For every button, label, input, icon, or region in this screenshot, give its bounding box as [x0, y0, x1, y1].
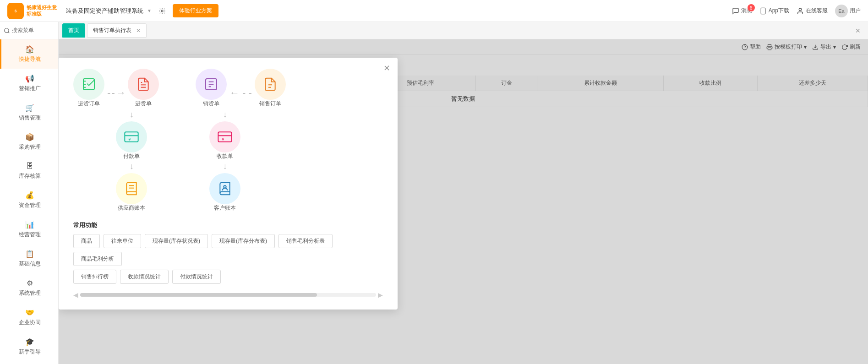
- purchase-receipt-icon: [128, 69, 159, 100]
- popup-scrollbar-row: ◀ ▶: [73, 291, 383, 299]
- sidebar-item-marketing[interactable]: 📢 营销推广: [0, 69, 58, 98]
- sidebar-item-operations[interactable]: 📊 经营管理: [0, 215, 58, 244]
- supplier-account-label: 供应商账本: [118, 204, 145, 212]
- sidebar-item-finance[interactable]: 💰 资金管理: [0, 185, 58, 215]
- system-title: 装备及固定资产辅助管理系统: [66, 7, 143, 15]
- scrollbar-track: [80, 293, 376, 297]
- tab-sales-orders[interactable]: 销售订单执行表 ✕: [87, 23, 147, 38]
- func-btn-sales-ranking[interactable]: 销售排行榜: [73, 270, 116, 284]
- tab-sales-orders-label: 销售订单执行表: [93, 27, 131, 34]
- payment-label: 付款单: [123, 152, 140, 160]
- sale-receipt-icon: [196, 69, 227, 100]
- tab-area-close-button[interactable]: ✕: [852, 27, 864, 34]
- collection-icon: ¥: [209, 121, 240, 152]
- marketing-icon: 📢: [25, 74, 34, 83]
- func-btn-sales-margin[interactable]: 销售毛利分析表: [278, 234, 333, 248]
- func-btn-payment-stats[interactable]: 付款情况统计: [172, 270, 221, 284]
- svg-text:¥: ¥: [222, 137, 225, 141]
- settings-icon-btn[interactable]: [155, 4, 169, 18]
- finance-icon: 💰: [25, 191, 34, 200]
- func-btn-partners[interactable]: 往来单位: [104, 234, 141, 248]
- system-title-dropdown[interactable]: 装备及固定资产辅助管理系统 ▼: [66, 7, 152, 15]
- sidebar-label-operations: 经营管理: [19, 231, 41, 239]
- flow-node-purchase-receipt: 进货单: [128, 69, 159, 108]
- scroll-right-arrow[interactable]: ▶: [378, 291, 383, 299]
- avatar: Ea: [835, 5, 848, 17]
- common-functions: 常用功能 商品 往来单位 现存量(库存状况表) 现存量(库存分布表) 销售毛利分…: [73, 221, 383, 284]
- purchase-icon: 📦: [25, 133, 34, 141]
- chevron-down-icon: ▼: [147, 8, 152, 13]
- svg-rect-23: [218, 132, 232, 141]
- sidebar-item-sales[interactable]: 🛒 销售管理: [0, 98, 58, 127]
- user-menu[interactable]: Ea 用户: [835, 5, 861, 17]
- top-bar: 6 畅康通好生意 标准版 装备及固定资产辅助管理系统 ▼ 体验行业方案: [0, 0, 868, 22]
- inventory-icon: 🗄: [26, 162, 33, 170]
- sale-receipt-label: 销货单: [203, 100, 219, 108]
- sidebar-item-quick-nav[interactable]: 🏠 快捷导航: [0, 39, 58, 69]
- message-button[interactable]: 消息 6: [732, 7, 752, 15]
- scrollbar-thumb[interactable]: [80, 293, 317, 297]
- flow-node-supplier-account: 供应商账本: [116, 173, 147, 212]
- sale-order-label: 销售订单: [259, 100, 281, 108]
- app-download-label: App下载: [769, 7, 789, 15]
- arrow-down-payment: ↓: [130, 110, 134, 119]
- sidebar-label-inventory: 库存核算: [19, 172, 41, 180]
- sidebar-search-area[interactable]: 搜索菜单: [0, 22, 58, 39]
- tab-bar: 首页 销售订单执行表 ✕ ✕: [59, 22, 868, 39]
- flow-node-sale-order: 销售订单: [255, 69, 286, 108]
- svg-text:¥: ¥: [128, 137, 131, 141]
- common-functions-title: 常用功能: [73, 221, 383, 229]
- sidebar-item-purchase[interactable]: 📦 采购管理: [0, 127, 58, 157]
- arrow-down-collection: ↓: [223, 110, 227, 119]
- func-buttons-row2: 销售排行榜 收款情况统计 付款情况统计: [73, 270, 383, 284]
- online-service-button[interactable]: 在线客服: [797, 7, 828, 15]
- sidebar-label-finance: 资金管理: [19, 201, 41, 209]
- collection-label: 收款单: [217, 152, 233, 160]
- sidebar-label-quick-nav: 快捷导航: [19, 55, 41, 63]
- main-area: 搜索菜单 🏠 快捷导航 📢 营销推广 🛒 销售管理 📦 采购管理 🗄: [0, 22, 868, 364]
- svg-rect-14: [125, 132, 138, 141]
- home-icon: 🏠: [25, 45, 34, 54]
- func-btn-stock-status[interactable]: 现存量(库存状况表): [145, 234, 208, 248]
- func-buttons: 商品 往来单位 现存量(库存状况表) 现存量(库存分布表) 销售毛利分析表 商品…: [73, 234, 383, 266]
- tab-home-label: 首页: [68, 27, 79, 34]
- cooperation-icon: 🤝: [25, 308, 34, 317]
- func-btn-stock-dist[interactable]: 现存量(库存分布表): [212, 234, 275, 248]
- search-menu-button[interactable]: 搜索菜单: [4, 27, 55, 34]
- sidebar-label-purchase: 采购管理: [19, 143, 41, 151]
- svg-point-2: [161, 10, 163, 12]
- sidebar: 搜索菜单 🏠 快捷导航 📢 营销推广 🛒 销售管理 📦 采购管理 🗄: [0, 22, 59, 364]
- purchase-receipt-label: 进货单: [135, 100, 152, 108]
- sidebar-item-system[interactable]: ⚙ 系统管理: [0, 273, 58, 303]
- popup-panel: ✕: [59, 58, 398, 310]
- func-btn-collection-stats[interactable]: 收款情况统计: [120, 270, 169, 284]
- sidebar-item-basic-info[interactable]: 📋 基础信息: [0, 244, 58, 273]
- experience-button[interactable]: 体验行业方案: [173, 4, 218, 17]
- svg-point-6: [5, 28, 9, 32]
- logo-text: 畅康通好生意 标准版: [27, 5, 57, 16]
- sidebar-label-basic-info: 基础信息: [19, 260, 41, 268]
- supplier-account-icon: [116, 173, 147, 204]
- flow-node-payment: ¥ 付款单: [116, 121, 147, 160]
- svg-text:6: 6: [15, 9, 17, 13]
- arrow-down-customer: ↓: [223, 162, 227, 170]
- scroll-left-arrow[interactable]: ◀: [73, 291, 78, 299]
- top-nav: 装备及固定资产辅助管理系统 ▼ 体验行业方案: [66, 4, 732, 18]
- top-right: 消息 6 App下载 在线客服 Ea: [732, 5, 861, 17]
- flow-node-purchase-order: 进货订单: [73, 69, 104, 108]
- func-btn-product-margin[interactable]: 商品毛利分析: [73, 252, 122, 266]
- tab-close-icon[interactable]: ✕: [136, 27, 141, 34]
- sidebar-item-inventory[interactable]: 🗄 库存核算: [0, 157, 58, 185]
- flow-node-sale-receipt: 销货单: [196, 69, 227, 108]
- sidebar-label-cooperation: 企业协同: [19, 319, 41, 326]
- operations-icon: 📊: [25, 220, 34, 229]
- app-download-button[interactable]: App下载: [759, 7, 789, 15]
- func-btn-product[interactable]: 商品: [73, 234, 100, 248]
- search-menu-label: 搜索菜单: [12, 27, 34, 34]
- sidebar-label-sales: 销售管理: [19, 114, 41, 122]
- tab-home[interactable]: 首页: [62, 23, 85, 38]
- sidebar-item-cooperation[interactable]: 🤝 企业协同: [0, 303, 58, 332]
- arrow-purchase-to-receipt: - - →: [104, 87, 128, 99]
- popup-close-button[interactable]: ✕: [383, 63, 390, 73]
- sidebar-item-newbie[interactable]: 🎓 新手引导: [0, 332, 58, 361]
